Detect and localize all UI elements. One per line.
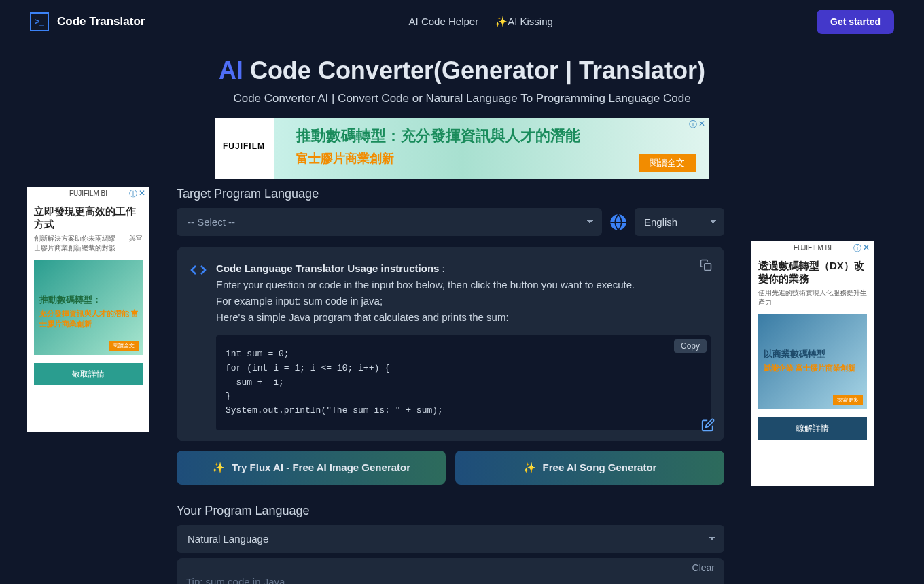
clear-button[interactable]: Clear (692, 562, 715, 573)
target-language-label: Target Program Language (177, 187, 724, 201)
code-example: Copyint sum = 0; for (int i = 1; i <= 10… (216, 335, 711, 430)
locale-select[interactable]: English (635, 208, 724, 236)
source-language-select[interactable]: Natural Language (177, 525, 724, 553)
promo-flux-ai-button[interactable]: ✨ Try Flux AI - Free AI Image Generator (177, 451, 446, 485)
logo-icon: >_ (30, 12, 49, 31)
ad-info-icon[interactable]: ⓘ (129, 188, 137, 200)
sparkle-icon: ✨ (523, 462, 536, 474)
source-language-label: Your Program Language (177, 504, 724, 518)
ad-close-icon[interactable]: ✕ (698, 119, 705, 131)
ad-close-icon[interactable]: ✕ (863, 243, 870, 254)
nav-link-helper[interactable]: AI Code Helper (409, 16, 479, 28)
brand-name: Code Translator (57, 15, 145, 29)
copy-code-button[interactable]: Copy (674, 339, 707, 353)
ad-info-icon[interactable]: ⓘ (689, 119, 697, 131)
ad-banner-left[interactable]: ⓘ✕ FUJIFILM BI 立即發現更高效的工作方式 創新解決方案助你未雨綢繆… (27, 187, 149, 432)
nav-link-kissing[interactable]: ✨AI Kissing (495, 16, 553, 28)
copy-icon[interactable] (700, 259, 712, 274)
input-card: Clear (177, 558, 724, 584)
ad-title: 立即發現更高效的工作方式 (27, 200, 149, 233)
instructions-heading: Code Language Translator Usage instructi… (216, 262, 439, 274)
edit-icon[interactable] (701, 418, 715, 434)
page-title: AI Code Converter(Generator | Translator… (0, 56, 924, 85)
code-input[interactable] (186, 576, 715, 584)
ad-cta-button[interactable]: 敬取詳情 (34, 363, 143, 385)
ad-sub: 富士膠片商業創新 (296, 150, 394, 167)
code-icon (190, 262, 207, 282)
ad-banner-top[interactable]: FUJIFILM 推動數碼轉型：充分發揮資訊與人才的潛能 富士膠片商業創新 閱讀… (215, 118, 709, 179)
globe-icon (609, 213, 628, 232)
instructions-card: Code Language Translator Usage instructi… (177, 247, 724, 441)
ad-headline: 推動數碼轉型：充分發揮資訊與人才的潛能 (296, 126, 580, 146)
ad-close-icon[interactable]: ✕ (139, 188, 145, 200)
promo-song-gen-button[interactable]: ✨ Free AI Song Generator (455, 451, 724, 485)
get-started-button[interactable]: Get started (817, 10, 894, 34)
ad-cta-button[interactable]: 瞭解詳情 (758, 417, 867, 440)
ad-info-icon[interactable]: ⓘ (853, 243, 861, 254)
ad-title: 透過數碼轉型（DX）改變你的業務 (751, 254, 874, 287)
ad-sub: 使用先進的技術實現人化服務提升生產力 (751, 287, 874, 309)
target-language-select[interactable]: -- Select -- (177, 208, 602, 236)
ad-brand: FUJIFILM (223, 141, 265, 151)
ad-sub: 創新解決方案助你未雨綢繆——與富士膠片商業創新總裁的對談 (27, 233, 149, 254)
sparkle-icon: ✨ (212, 462, 225, 474)
ad-banner-right[interactable]: ⓘ✕ FUJIFILM BI 透過數碼轉型（DX）改變你的業務 使用先進的技術實… (751, 241, 874, 486)
svg-rect-1 (705, 264, 711, 271)
page-subtitle: Code Converter AI | Convert Code or Natu… (0, 92, 924, 105)
ad-cta[interactable]: 閱讀全文 (639, 154, 696, 172)
